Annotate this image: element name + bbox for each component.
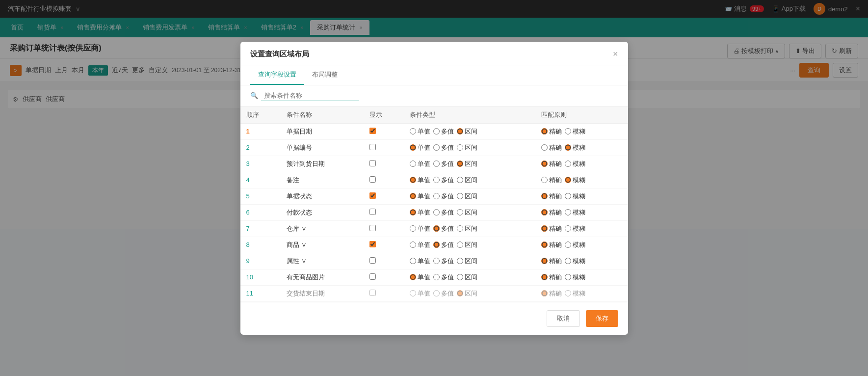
col-order: 顺序 (240, 107, 281, 124)
row-match-fuzzy[interactable]: 模糊 (565, 160, 585, 168)
row-type-single[interactable]: 单值 (410, 127, 430, 136)
row-display-cell (364, 220, 404, 229)
dialog-search-area: 🔍 (240, 85, 628, 107)
row-match-exact[interactable]: 精确 (541, 224, 562, 230)
row-condition-name: 单据状态 (281, 188, 364, 204)
row-condition-name: 预计到货日期 (281, 156, 364, 172)
row-order: 5 (240, 188, 281, 204)
row-match-exact[interactable]: 精确 (541, 160, 562, 168)
row-type-cell: 单值多值区间 (404, 172, 535, 188)
row-condition-name: 备注 (281, 172, 364, 188)
row-display-cell (364, 172, 404, 188)
row-display-cell (364, 204, 404, 220)
row-match-cell: 精确模糊 (535, 172, 628, 188)
settings-dialog: 设置查询区域布局 × 查询字段设置 布局调整 🔍 顺序 条件名称 (240, 42, 628, 230)
row-match-cell: 精确模糊 (535, 204, 628, 220)
row-display-checkbox[interactable] (369, 225, 376, 230)
dialog-title: 设置查询区域布局 (250, 50, 309, 59)
row-match-cell: 精确模糊 (535, 139, 628, 156)
dialog-tab-query-fields[interactable]: 查询字段设置 (250, 65, 304, 85)
row-display-cell (364, 188, 404, 204)
table-row: 3预计到货日期单值多值区间精确模糊 (240, 156, 628, 172)
row-order: 6 (240, 204, 281, 220)
row-match-exact[interactable]: 精确 (541, 176, 562, 185)
row-match-exact[interactable]: 精确 (541, 127, 562, 136)
row-match-fuzzy[interactable]: 模糊 (565, 127, 585, 136)
row-type-cell: 单值多值区间 (404, 139, 535, 156)
row-display-checkbox[interactable] (369, 192, 376, 199)
row-condition-name: 仓库 ∨ (281, 220, 364, 229)
col-type: 条件类型 (404, 107, 535, 124)
row-type-range[interactable]: 区间 (457, 208, 477, 217)
row-type-single[interactable]: 单值 (410, 224, 430, 230)
row-match-fuzzy[interactable]: 模糊 (565, 176, 585, 185)
row-display-checkbox[interactable] (369, 144, 376, 150)
row-match-cell: 精确模糊 (535, 156, 628, 172)
row-type-multi[interactable]: 多值 (433, 208, 454, 217)
row-type-multi[interactable]: 多值 (433, 192, 454, 201)
row-match-cell: 精确模糊 (535, 123, 628, 139)
row-order: 1 (240, 123, 281, 139)
search-input[interactable] (261, 90, 359, 101)
row-display-checkbox[interactable] (369, 209, 376, 215)
row-match-fuzzy[interactable]: 模糊 (565, 224, 585, 230)
row-type-cell: 单值多值区间 (404, 220, 535, 229)
row-type-single[interactable]: 单值 (410, 192, 430, 201)
modal-overlay: 设置查询区域布局 × 查询字段设置 布局调整 🔍 顺序 条件名称 (0, 0, 868, 229)
table-row: 4备注单值多值区间精确模糊 (240, 172, 628, 188)
row-display-checkbox[interactable] (369, 128, 376, 134)
dialog-tabs: 查询字段设置 布局调整 (240, 65, 628, 85)
row-match-fuzzy[interactable]: 模糊 (565, 192, 585, 201)
row-type-multi[interactable]: 多值 (433, 127, 454, 136)
row-type-multi[interactable]: 多值 (433, 176, 454, 185)
dialog-tab-layout[interactable]: 布局调整 (304, 65, 345, 85)
row-order: 3 (240, 156, 281, 172)
row-order: 7 (240, 220, 281, 229)
row-match-fuzzy[interactable]: 模糊 (565, 143, 585, 152)
dialog-table: 顺序 条件名称 显示 条件类型 匹配原则 1单据日期单值多值区间精确模糊2单据编… (240, 107, 628, 230)
row-type-cell: 单值多值区间 (404, 204, 535, 220)
row-type-range[interactable]: 区间 (457, 192, 477, 201)
row-condition-name: 单据日期 (281, 123, 364, 139)
row-condition-name: 付款状态 (281, 204, 364, 220)
table-row: 5单据状态单值多值区间精确模糊 (240, 188, 628, 204)
col-display: 显示 (364, 107, 404, 124)
row-match-exact[interactable]: 精确 (541, 143, 562, 152)
row-type-single[interactable]: 单值 (410, 143, 430, 152)
table-row: 7仓库 ∨单值多值区间精确模糊 (240, 220, 628, 229)
row-type-range[interactable]: 区间 (457, 176, 477, 185)
dialog-header: 设置查询区域布局 × (240, 42, 628, 65)
row-type-multi[interactable]: 多值 (433, 160, 454, 168)
search-icon: 🔍 (250, 92, 258, 99)
row-type-range[interactable]: 区间 (457, 160, 477, 168)
row-display-checkbox[interactable] (369, 176, 376, 183)
row-type-multi[interactable]: 多值 (433, 143, 454, 152)
col-name: 条件名称 (281, 107, 364, 124)
row-order: 4 (240, 172, 281, 188)
table-row: 2单据编号单值多值区间精确模糊 (240, 139, 628, 156)
col-match: 匹配原则 (535, 107, 628, 124)
dialog-close-btn[interactable]: × (613, 50, 618, 58)
row-type-single[interactable]: 单值 (410, 176, 430, 185)
row-type-single[interactable]: 单值 (410, 160, 430, 168)
row-type-cell: 单值多值区间 (404, 156, 535, 172)
row-match-exact[interactable]: 精确 (541, 192, 562, 201)
row-match-cell: 精确模糊 (535, 220, 628, 229)
row-type-range[interactable]: 区间 (457, 143, 477, 152)
row-match-cell: 精确模糊 (535, 188, 628, 204)
table-row: 1单据日期单值多值区间精确模糊 (240, 123, 628, 139)
row-type-multi[interactable]: 多值 (433, 224, 454, 230)
row-type-range[interactable]: 区间 (457, 127, 477, 136)
row-condition-name: 单据编号 (281, 139, 364, 156)
row-type-range[interactable]: 区间 (457, 224, 477, 230)
row-match-exact[interactable]: 精确 (541, 208, 562, 217)
row-type-single[interactable]: 单值 (410, 208, 430, 217)
row-type-cell: 单值多值区间 (404, 123, 535, 139)
row-display-checkbox[interactable] (369, 160, 376, 166)
row-display-cell (364, 123, 404, 139)
row-display-cell (364, 156, 404, 172)
table-row: 6付款状态单值多值区间精确模糊 (240, 204, 628, 220)
row-match-fuzzy[interactable]: 模糊 (565, 208, 585, 217)
row-order: 2 (240, 139, 281, 156)
row-type-cell: 单值多值区间 (404, 188, 535, 204)
